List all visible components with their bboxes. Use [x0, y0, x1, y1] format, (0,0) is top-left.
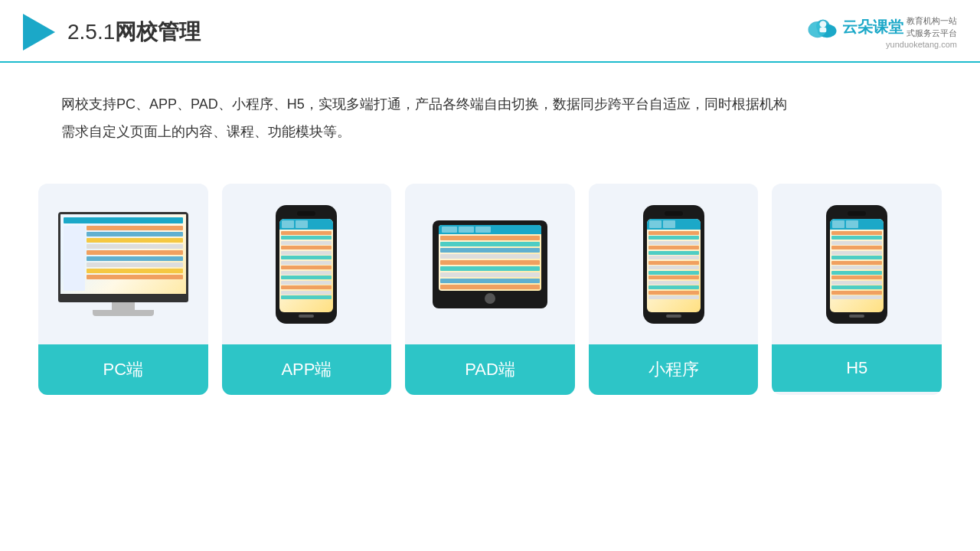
svg-rect-5: [819, 28, 826, 32]
card-miniprogram: 小程序: [589, 184, 759, 395]
page-title: 2.5.1网校管理: [67, 18, 201, 47]
description: 网校支持PC、APP、PAD、小程序、H5，实现多端打通，产品各终端自由切换，数…: [0, 63, 980, 145]
logo-area: 云朵课堂 教育机构一站 式服务云平台 yunduoketang.com: [805, 15, 957, 49]
tablet-mockup: [433, 220, 547, 308]
pc-mockup: [58, 212, 188, 316]
card-pc-image: [38, 184, 208, 344]
card-h5: H5: [772, 184, 942, 395]
card-pad: PAD端: [405, 184, 575, 395]
card-app-image: [222, 184, 392, 344]
card-miniprogram-image: [589, 184, 759, 344]
phone-mockup-mini: [643, 205, 704, 324]
card-h5-image: [772, 184, 942, 344]
logo-tagline: 教育机构一站 式服务云平台: [906, 15, 957, 39]
logo-domain: yunduoketang.com: [886, 40, 957, 49]
logo-top: 云朵课堂 教育机构一站 式服务云平台: [805, 15, 957, 39]
description-line1: 网校支持PC、APP、PAD、小程序、H5，实现多端打通，产品各终端自由切换，数…: [61, 90, 919, 118]
pc-screen: [58, 212, 188, 296]
card-pc-label: PC端: [38, 344, 208, 395]
cards-container: PC端: [0, 153, 980, 395]
phone-mockup-h5: [826, 205, 887, 324]
card-pc: PC端: [38, 184, 208, 395]
logo-name: 云朵课堂: [842, 17, 903, 37]
header: 2.5.1网校管理 云朵课堂 教育机构一站 式服务云平台 yunduoketan…: [0, 0, 980, 63]
card-app-label: APP端: [222, 344, 392, 395]
card-app: APP端: [222, 184, 392, 395]
card-miniprogram-label: 小程序: [589, 344, 759, 395]
card-h5-label: H5: [772, 344, 942, 392]
card-pad-label: PAD端: [405, 344, 575, 395]
header-left: 2.5.1网校管理: [23, 14, 201, 51]
play-icon: [23, 14, 55, 51]
description-line2: 需求自定义页面上的内容、课程、功能模块等。: [61, 118, 919, 145]
svg-point-4: [819, 21, 826, 28]
cloud-icon: [805, 16, 839, 39]
card-pad-image: [405, 184, 575, 344]
phone-mockup-app: [276, 205, 337, 324]
